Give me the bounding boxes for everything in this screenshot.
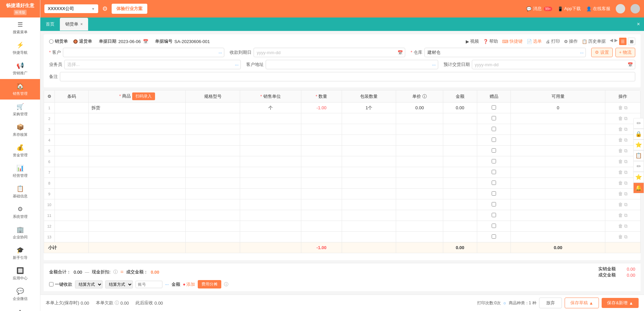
row-gift-checkbox[interactable] (492, 105, 496, 110)
row-quantity[interactable] (301, 156, 342, 167)
view-grid-btn[interactable]: ⊞ (628, 38, 635, 45)
row-delete-icon[interactable]: 🗑 (618, 126, 623, 132)
row-gift-checkbox[interactable] (492, 148, 496, 153)
row-pack-qty[interactable] (342, 135, 396, 146)
row-pack-qty[interactable] (342, 210, 396, 221)
row-gift[interactable] (477, 156, 511, 167)
sidebar-item-search[interactable]: ☰搜索菜单 (0, 17, 40, 38)
row-spec[interactable] (186, 124, 240, 135)
float-item-1[interactable]: ✏ (633, 118, 644, 129)
row-product[interactable] (88, 232, 186, 242)
row-spec[interactable] (186, 146, 240, 156)
row-unit[interactable] (240, 113, 301, 124)
row-barcode[interactable] (55, 135, 89, 146)
row-unit[interactable] (240, 189, 301, 199)
row-barcode[interactable] (55, 221, 89, 232)
row-spec[interactable] (186, 232, 240, 242)
row-barcode[interactable] (55, 232, 89, 242)
row-spec[interactable] (186, 156, 240, 167)
row-gift[interactable] (477, 135, 511, 146)
row-barcode[interactable] (55, 167, 89, 178)
row-unit-price[interactable] (396, 189, 443, 199)
account-dots-icon[interactable]: ··· (165, 282, 169, 287)
float-item-7[interactable]: 🔔 (633, 183, 644, 193)
save-new-btn[interactable]: 保存&新增 ▲ (602, 298, 639, 308)
row-pack-qty[interactable] (342, 146, 396, 156)
row-barcode[interactable] (55, 199, 89, 210)
row-amount[interactable] (443, 135, 477, 146)
row-spec[interactable] (186, 199, 240, 210)
sidebar-item-basic[interactable]: 📋基础信息 (0, 182, 40, 202)
row-amount[interactable] (443, 113, 477, 124)
row-copy-icon[interactable]: ⧉ (624, 202, 628, 207)
row-spec[interactable] (186, 210, 240, 221)
fee-btn[interactable]: 费用分摊 (198, 280, 221, 288)
online-service-item[interactable]: 👤 在线客服 (586, 6, 610, 12)
row-gift[interactable] (477, 113, 511, 124)
salesperson-input[interactable]: 选择... ··· (64, 60, 241, 69)
help-btn[interactable]: ❓ 帮助 (483, 38, 498, 44)
row-unit-price[interactable] (396, 167, 443, 178)
row-spec[interactable] (186, 221, 240, 232)
row-pack-qty[interactable] (342, 113, 396, 124)
row-unit-price[interactable] (396, 221, 443, 232)
row-amount[interactable] (443, 146, 477, 156)
row-barcode[interactable] (55, 156, 89, 167)
row-gift-checkbox[interactable] (492, 159, 496, 163)
row-gift[interactable] (477, 199, 511, 210)
row-pack-qty[interactable] (342, 189, 396, 199)
app-download-item[interactable]: 📱 App下载 (558, 6, 581, 12)
fee-help-icon[interactable]: ⓘ (224, 281, 228, 287)
row-unit[interactable] (240, 124, 301, 135)
experience-btn[interactable]: 体验行业方案 (112, 4, 147, 14)
expected-date-input[interactable]: yyyy-mm-dd 📅 (472, 60, 635, 69)
row-spec[interactable] (186, 113, 240, 124)
print-btn[interactable]: 🖨 打印 (546, 38, 560, 44)
col-settings[interactable]: ⚙ (44, 90, 55, 103)
sidebar-item-operations[interactable]: 📊经营管理 (0, 161, 40, 182)
row-amount[interactable] (443, 156, 477, 167)
row-amount[interactable] (443, 199, 477, 210)
row-copy-icon[interactable]: ⧉ (624, 159, 628, 164)
float-item-4[interactable]: 📋 (633, 150, 644, 161)
date-value[interactable]: 2023-06-06 (118, 39, 141, 44)
row-gift[interactable] (477, 167, 511, 178)
row-copy-icon[interactable]: ⧉ (624, 180, 628, 186)
row-quantity[interactable] (301, 199, 342, 210)
sidebar-item-finance[interactable]: 💰资金管理 (0, 141, 40, 161)
tab-close-icon[interactable]: × (80, 22, 83, 27)
row-pack-qty[interactable] (342, 124, 396, 135)
row-gift[interactable] (477, 178, 511, 189)
tab-home[interactable]: 首页 (40, 18, 60, 31)
row-quantity[interactable] (301, 135, 342, 146)
row-quantity[interactable] (301, 232, 342, 242)
row-quantity[interactable] (301, 189, 342, 199)
float-item-5[interactable]: ✏ (633, 161, 644, 172)
row-product[interactable] (88, 221, 186, 232)
sidebar-item-system[interactable]: ⚙系统管理 (0, 202, 40, 223)
row-product[interactable] (88, 189, 186, 199)
row-gift[interactable] (477, 221, 511, 232)
row-amount[interactable] (443, 210, 477, 221)
row-gift-checkbox[interactable] (492, 224, 496, 228)
row-delete-icon[interactable]: 🗑 (618, 105, 623, 110)
row-unit-price[interactable] (396, 232, 443, 242)
row-unit[interactable] (240, 221, 301, 232)
row-gift-checkbox[interactable] (492, 170, 496, 174)
draft-btn[interactable]: 保存草稿 ▲ (565, 298, 599, 308)
row-copy-icon[interactable]: ⧉ (624, 212, 628, 218)
view-list-btn[interactable]: ☰ (619, 38, 627, 45)
row-spec[interactable] (186, 189, 240, 199)
date-cal-icon[interactable]: 📅 (143, 39, 148, 44)
float-item-2[interactable]: 🔒 (633, 129, 644, 140)
sidebar-item-wechat[interactable]: 💬企业微信 (0, 284, 40, 305)
row-quantity[interactable] (301, 167, 342, 178)
row-gift[interactable] (477, 146, 511, 156)
row-product[interactable] (88, 146, 186, 156)
row-copy-icon[interactable]: ⧉ (624, 116, 628, 121)
row-unit-price[interactable] (396, 135, 443, 146)
row-gift[interactable] (477, 189, 511, 199)
row-pack-qty[interactable] (342, 221, 396, 232)
row-barcode[interactable] (55, 210, 89, 221)
radio-sale-input[interactable] (49, 39, 53, 44)
